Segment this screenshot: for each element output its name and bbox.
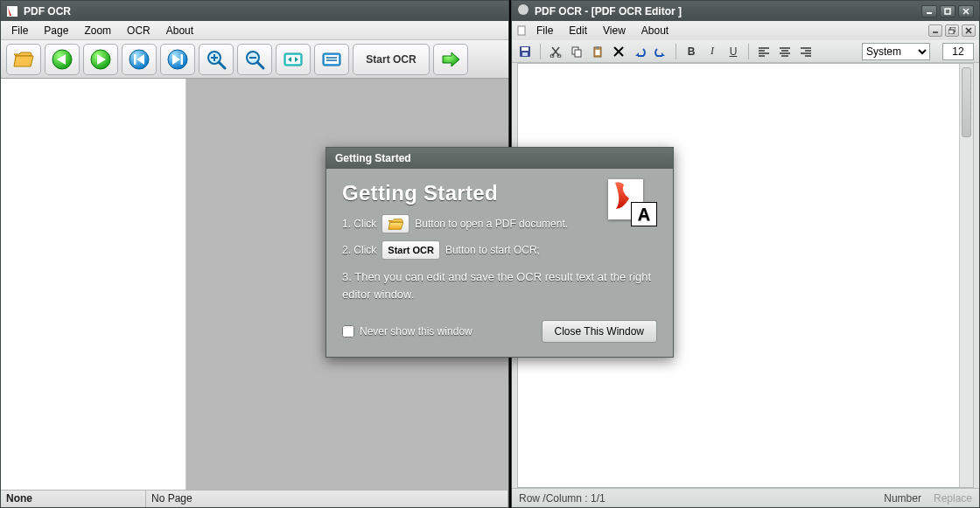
svg-rect-47 <box>596 46 599 49</box>
status-number: Number <box>884 492 921 505</box>
svg-marker-51 <box>635 52 639 56</box>
step-2: 2. Click Start OCR Button to start OCR; <box>342 240 657 260</box>
font-select[interactable]: System <box>862 43 930 60</box>
never-show-checkbox-label[interactable]: Never show this window <box>342 325 472 338</box>
dialog-logo: A <box>608 179 657 226</box>
maximize-button[interactable] <box>940 5 956 17</box>
delete-icon <box>612 45 625 58</box>
thumbnail-pane[interactable] <box>1 79 186 490</box>
vertical-scrollbar[interactable] <box>959 64 973 487</box>
step-3: 3. Then you can edit and save the OCR re… <box>342 268 657 303</box>
main-menubar: File Page Zoom OCR About <box>1 21 508 40</box>
folder-open-icon <box>12 48 35 71</box>
svg-line-16 <box>257 62 263 68</box>
close-icon <box>965 27 972 34</box>
open-file-inline-icon <box>382 214 410 233</box>
align-center-button[interactable] <box>777 44 793 59</box>
mdi-restore-button[interactable] <box>945 24 959 37</box>
start-ocr-button[interactable]: Start OCR <box>353 44 430 75</box>
delete-button[interactable] <box>611 44 626 59</box>
editor-statusbar: Row /Column : 1/1 Number Replace <box>512 488 979 507</box>
separator <box>676 44 676 59</box>
dialog-titlebar[interactable]: Getting Started <box>326 148 673 169</box>
editor-menubar: File Edit View About <box>512 21 979 40</box>
last-page-button[interactable] <box>160 44 195 75</box>
font-size-input[interactable] <box>942 43 974 60</box>
fit-page-button[interactable] <box>314 44 349 75</box>
svg-rect-6 <box>134 54 136 65</box>
main-statusbar: None No Page <box>1 490 508 507</box>
menu-page[interactable]: Page <box>37 23 75 38</box>
menu-zoom[interactable]: Zoom <box>77 23 118 38</box>
redo-icon <box>654 45 667 58</box>
italic-button[interactable]: I <box>704 44 720 59</box>
go-next-button[interactable] <box>433 44 468 75</box>
undo-button[interactable] <box>632 44 648 59</box>
never-show-checkbox[interactable] <box>342 325 354 338</box>
editor-titlebar[interactable]: PDF OCR - [PDF OCR Editor ] <box>512 1 979 21</box>
first-page-button[interactable] <box>122 44 157 75</box>
restore-icon <box>948 27 956 34</box>
menu-about[interactable]: About <box>159 23 200 38</box>
editor-title: PDF OCR - [PDF OCR Editor ] <box>535 5 682 17</box>
save-icon <box>519 45 531 58</box>
arrow-right-fat-green-icon <box>439 48 462 71</box>
editor-menu-view[interactable]: View <box>596 23 633 38</box>
main-titlebar[interactable]: PDF OCR <box>1 1 508 21</box>
mdi-minimize-button[interactable] <box>928 24 942 37</box>
minimize-button[interactable] <box>921 5 937 17</box>
main-title: PDF OCR <box>24 5 71 17</box>
minimize-icon <box>926 8 933 15</box>
paste-button[interactable] <box>590 44 606 59</box>
app-icon <box>6 5 18 17</box>
editor-menu-about[interactable]: About <box>634 23 676 38</box>
cut-icon <box>550 45 562 58</box>
close-dialog-button[interactable]: Close This Window <box>542 320 657 343</box>
editor-toolbar: B I U System <box>512 40 979 63</box>
close-button[interactable] <box>958 5 974 17</box>
logo-letter: A <box>631 202 657 226</box>
arrow-left-green-icon <box>51 48 74 71</box>
save-button[interactable] <box>517 44 533 59</box>
cut-button[interactable] <box>548 44 564 59</box>
align-right-icon <box>800 45 812 58</box>
svg-rect-23 <box>325 55 339 64</box>
mdi-close-button[interactable] <box>962 24 976 37</box>
menu-file[interactable]: File <box>4 23 35 38</box>
fit-width-button[interactable] <box>276 44 311 75</box>
minimize-icon <box>932 27 939 34</box>
zoom-out-button[interactable] <box>237 44 272 75</box>
editor-menu-edit[interactable]: Edit <box>562 23 594 38</box>
zoom-in-button[interactable] <box>199 44 234 75</box>
scrollbar-thumb[interactable] <box>962 67 971 137</box>
skip-last-blue-icon <box>166 48 189 71</box>
maximize-icon <box>944 8 951 15</box>
status-replace: Replace <box>934 492 972 505</box>
status-filename: None <box>1 491 146 507</box>
underline-button[interactable]: U <box>725 44 741 59</box>
svg-rect-0 <box>7 6 18 17</box>
svg-marker-52 <box>662 52 665 56</box>
zoom-out-icon <box>243 48 266 71</box>
open-file-button[interactable] <box>6 44 41 75</box>
bold-button[interactable]: B <box>683 44 699 59</box>
align-right-button[interactable] <box>798 44 814 59</box>
separator <box>540 44 541 59</box>
svg-rect-39 <box>522 52 528 56</box>
svg-point-26 <box>518 4 528 15</box>
doc-icon <box>515 25 528 36</box>
next-page-button[interactable] <box>83 44 118 75</box>
zoom-in-icon <box>205 48 228 71</box>
close-icon <box>962 8 970 15</box>
copy-icon <box>570 45 583 58</box>
svg-rect-34 <box>948 30 954 34</box>
menu-ocr[interactable]: OCR <box>120 23 158 38</box>
svg-rect-48 <box>596 50 600 55</box>
redo-button[interactable] <box>653 44 668 59</box>
editor-menu-file[interactable]: File <box>529 23 560 38</box>
prev-page-button[interactable] <box>45 44 80 75</box>
svg-rect-45 <box>575 50 581 57</box>
align-left-button[interactable] <box>756 44 772 59</box>
copy-button[interactable] <box>569 44 584 59</box>
start-ocr-inline-button: Start OCR <box>382 240 440 260</box>
